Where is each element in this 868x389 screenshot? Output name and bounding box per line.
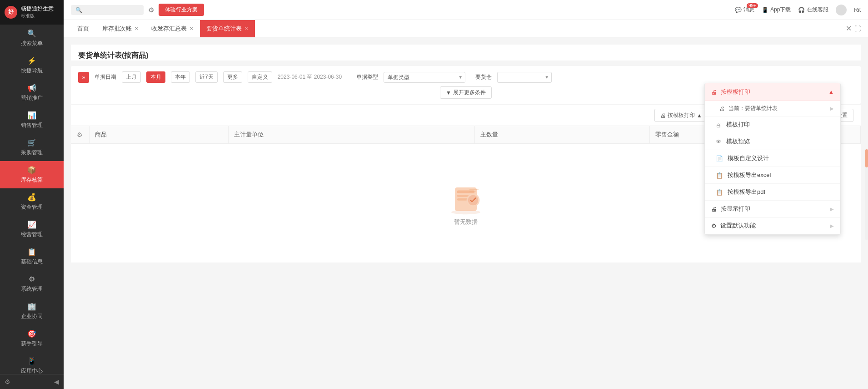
tab-home[interactable]: 首页	[71, 20, 96, 37]
topbar-settings-icon[interactable]: ⚙	[148, 6, 154, 14]
empty-svg	[443, 180, 489, 217]
date-btn-last7days[interactable]: 近7天	[195, 71, 218, 83]
dropdown-display-print[interactable]: 🖨 按显示打印 ▶	[705, 201, 840, 217]
inventory-icon: 📦	[27, 166, 36, 174]
date-btn-custom[interactable]: 自定义	[248, 71, 272, 83]
template-print-icon: 🖨	[716, 121, 722, 128]
sidebar-item-sales[interactable]: 📊 销售管理	[0, 106, 64, 134]
app-name: 畅捷通好生意	[21, 5, 54, 13]
date-btn-more[interactable]: 更多	[223, 71, 242, 83]
col-settings-icon[interactable]: ⚙	[77, 131, 83, 138]
user-avatar[interactable]	[836, 5, 847, 15]
date-btn-current-year[interactable]: 本年	[171, 71, 190, 83]
dropdown-template-pdf[interactable]: 📋 按模板导出pdf	[705, 184, 840, 201]
dropdown-print-icon: 🖨	[711, 89, 717, 96]
online-service-item[interactable]: 🎧 在线客服	[798, 6, 828, 14]
app-center-icon: 📱	[27, 357, 36, 365]
sidebar-item-basic-info[interactable]: 📋 基础信息	[0, 243, 64, 270]
enterprise-icon: 🏢	[27, 302, 36, 311]
sidebar-item-marketing[interactable]: 📢 营销推广	[0, 79, 64, 106]
template-pdf-icon: 📋	[716, 189, 723, 196]
topbar-right: 💬 消息 99+ 📱 App下载 🎧 在线客服 Rit	[735, 5, 861, 15]
page-header: 要货单统计表(按商品)	[71, 45, 861, 61]
dropdown-header-left: 🖨 按模板打印	[711, 88, 750, 96]
default-fn-arrow: ▶	[830, 223, 834, 228]
dropdown-default-fn[interactable]: ⚙ 设置默认功能 ▶	[705, 217, 840, 234]
dropdown-default-fn-left: ⚙ 设置默认功能	[711, 222, 756, 230]
industry-btn[interactable]: 体验行业方案	[159, 4, 204, 16]
main-area: 🔍 ⚙ 体验行业方案 💬 消息 99+ 📱 App下载 🎧 在线客服 Rit	[64, 0, 868, 389]
date-expand-btn[interactable]: »	[78, 72, 89, 83]
sidebar-bottom: ⚙ ◀	[0, 374, 64, 389]
sidebar-item-inventory[interactable]: 📦 库存核算	[0, 161, 64, 188]
sidebar-item-purchase[interactable]: 🛒 采购管理	[0, 134, 64, 161]
settings-icon[interactable]: ⚙	[5, 378, 10, 385]
app-badge: 标准版	[21, 13, 54, 19]
messages-icon: 💬	[735, 7, 742, 13]
tab-collection-summary[interactable]: 收发存汇总表 ✕	[145, 20, 200, 37]
tab-batch-accounts-close[interactable]: ✕	[135, 26, 138, 31]
sidebar-item-app-center[interactable]: 📱 应用中心	[0, 352, 64, 374]
dropdown-current-template[interactable]: 🖨 当前：要货单统计表 ▶	[705, 101, 840, 116]
print-dropdown-icon: ▲	[697, 112, 702, 119]
sidebar-nav: 🔍 搜索菜单 ⚡ 快捷导航 📢 营销推广 📊 销售管理 🛒 采购管理 📦 库存核…	[0, 25, 64, 374]
date-range: 2023-06-01 至 2023-06-30	[278, 73, 342, 81]
purchase-icon: 🛒	[27, 138, 36, 147]
sidebar-item-quick-nav[interactable]: ⚡ 快捷导航	[0, 52, 64, 79]
sidebar-item-operations[interactable]: 📈 经营管理	[0, 216, 64, 243]
user-name[interactable]: Rit	[854, 7, 861, 13]
print-btn[interactable]: 🖨 按模板打印 ▲	[654, 109, 708, 122]
svg-rect-2	[457, 190, 474, 193]
topbar-left: 🔍 ⚙ 体验行业方案	[71, 4, 204, 16]
sidebar-item-enterprise[interactable]: 🏢 企业协同	[0, 298, 64, 325]
dropdown-header[interactable]: 🖨 按模板打印 ▲	[705, 83, 840, 101]
app-download-item[interactable]: 📱 App下载	[762, 6, 791, 14]
current-template-arrow: ▶	[830, 106, 834, 111]
dropdown-template-excel[interactable]: 📋 按模板导出excel	[705, 167, 840, 184]
current-template-icon: 🖨	[719, 106, 725, 112]
print-icon: 🖨	[660, 112, 666, 119]
tabbar-close-btn[interactable]: ✕	[846, 24, 852, 33]
sidebar-item-finance[interactable]: 💰 资金管理	[0, 188, 64, 216]
date-btn-prev-month[interactable]: 上月	[122, 71, 141, 83]
order-type-select[interactable]: 单据类型	[384, 72, 465, 83]
sidebar: 好 畅捷通好生意 标准版 🔍 搜索菜单 ⚡ 快捷导航 📢 营销推广 📊 销售管理…	[0, 0, 64, 389]
goods-select[interactable]	[497, 72, 552, 83]
quick-nav-icon: ⚡	[27, 56, 36, 65]
dropdown-template-design[interactable]: 📄 模板自定义设计	[705, 150, 840, 167]
page-title: 要货单统计表(按商品)	[78, 51, 853, 61]
dropdown-display-print-left: 🖨 按显示打印	[711, 205, 750, 213]
topbar-search[interactable]: 🔍	[71, 5, 144, 15]
empty-text: 暂无数据	[454, 218, 478, 226]
tab-order-summary-close[interactable]: ✕	[244, 26, 248, 31]
tab-order-summary[interactable]: 要货单统计表 ✕	[200, 20, 255, 37]
collapse-icon[interactable]: ◀	[54, 378, 59, 385]
topbar: 🔍 ⚙ 体验行业方案 💬 消息 99+ 📱 App下载 🎧 在线客服 Rit	[64, 0, 868, 20]
scrollbar-thumb	[865, 149, 868, 167]
sidebar-item-search[interactable]: 🔍 搜索菜单	[0, 25, 64, 52]
right-scrollbar[interactable]	[865, 149, 868, 240]
display-print-icon: 🖨	[711, 206, 717, 212]
dropdown-template-print[interactable]: 🖨 模板打印	[705, 116, 840, 133]
sidebar-item-newbie[interactable]: 🎯 新手引导	[0, 325, 64, 352]
date-btn-current-month[interactable]: 本月	[146, 71, 165, 83]
sidebar-item-system[interactable]: ⚙ 系统管理	[0, 270, 64, 298]
tabbar-expand-btn[interactable]: ⛶	[854, 25, 861, 32]
order-goods-label: 要货仓	[475, 73, 492, 81]
finance-icon: 💰	[27, 193, 36, 202]
dropdown-template-preview[interactable]: 👁 模板预览	[705, 133, 840, 150]
order-type-label: 单据类型	[356, 73, 378, 81]
app-download-icon: 📱	[762, 7, 768, 13]
basic-info-icon: 📋	[27, 248, 36, 256]
tab-batch-accounts[interactable]: 库存批次账 ✕	[96, 20, 145, 37]
tab-collection-summary-close[interactable]: ✕	[190, 26, 193, 31]
template-excel-icon: 📋	[716, 172, 723, 179]
default-fn-icon: ⚙	[711, 222, 717, 229]
col-unit: 主计量单位	[229, 126, 475, 144]
messages-item[interactable]: 💬 消息 99+	[735, 6, 754, 14]
expand-icon: ▼	[446, 90, 451, 96]
date-label: 单据日期	[95, 73, 116, 81]
expand-conditions-btn[interactable]: ▼ 展开更多条件	[440, 86, 492, 99]
display-print-arrow: ▶	[830, 207, 834, 212]
print-dropdown: 🖨 按模板打印 ▲ 🖨 当前：要货单统计表 ▶ 🖨 模板打印 👁 模板预览	[704, 83, 841, 235]
